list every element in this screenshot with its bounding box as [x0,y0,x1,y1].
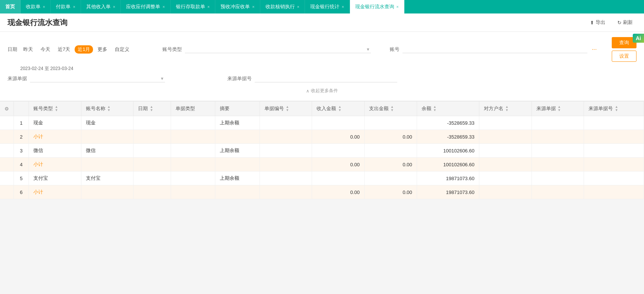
nav-item-home-label: 首页 [5,3,15,10]
th-summary: 摘要 [215,101,260,116]
nav-item-bank-deposit-label: 银行存取款单 [176,3,205,10]
nav-item-other-income-label: 其他收入单 [86,3,111,10]
date-opt-1month[interactable]: 近1月 [75,45,93,54]
td-counterparty [479,185,531,199]
account-filter-group: 账号 ··· [390,46,598,53]
nav-item-ar-ap-adjust-label: 应收应付调整单 [126,3,160,10]
td-account_name: 微信 [81,144,134,158]
td-account_type: 小计 [29,185,81,199]
table-row: 4小计0.000.00100102606.60 [0,158,644,172]
source-voucher-select[interactable]: ▾ [30,75,165,82]
th-counterparty[interactable]: 对方户名 ▲▼ [479,101,531,116]
ai-badge[interactable]: Ai [633,34,644,43]
th-expense[interactable]: 支出金额 ▲▼ [365,101,417,116]
nav-item-other-income-close[interactable]: × [113,4,115,9]
th-voucher-no[interactable]: 单据编号 ▲▼ [260,101,312,116]
td-gear[interactable] [0,158,14,172]
td-index: 2 [14,130,29,144]
nav-item-prepay-offset-label: 预收冲应收单 [221,3,250,10]
nav-item-cash-bank-stats[interactable]: 现金银行统计 × [305,0,350,13]
td-gear[interactable] [0,172,14,185]
nav-item-prepay-offset[interactable]: 预收冲应收单 × [215,0,260,13]
nav-item-bank-deposit-close[interactable]: × [207,4,210,9]
date-opt-today[interactable]: 今天 [38,45,53,54]
td-source_voucher [531,116,584,130]
td-counterparty [479,144,531,158]
nav-item-payment-close[interactable]: × [73,4,75,9]
source-voucher-dropdown-icon: ▾ [161,76,164,81]
td-source_voucher_no [584,185,644,199]
td-gear[interactable] [0,185,14,199]
page-title: 现金银行流水查询 [8,18,68,28]
td-balance: 100102606.60 [417,144,479,158]
td-date [134,116,171,130]
date-opt-yesterday[interactable]: 昨天 [20,45,36,54]
nav-item-receipt-verify[interactable]: 收款核销执行 × [260,0,305,13]
td-account_type: 支付宝 [29,172,81,185]
top-navigation: 首页 收款单 × 付款单 × 其他收入单 × 应收应付调整单 × 银行存取款单 … [0,0,644,13]
nav-item-other-income[interactable]: 其他收入单 × [81,0,121,13]
nav-item-cash-bank-flow[interactable]: 现金银行流水查询 × [350,0,404,13]
td-expense [365,116,417,130]
table-row: 5支付宝支付宝上期余额19871073.60 [0,172,644,185]
sort-arrows-voucher-no: ▲▼ [286,105,289,112]
refresh-label: 刷新 [623,19,633,26]
date-opt-7days[interactable]: 近7天 [55,45,73,54]
nav-item-cash-bank-stats-label: 现金银行统计 [310,3,339,10]
account-type-filter-group: 账号类型 ▾ [162,46,371,53]
th-date[interactable]: 日期 ▲▼ [134,101,171,116]
th-account-type-label: 账号类型 [33,105,53,112]
td-source_voucher_no [584,144,644,158]
nav-item-ar-ap-adjust[interactable]: 应收应付调整单 × [121,0,170,13]
date-range-text: 2023-02-24 至 2023-03-24 [20,66,73,71]
td-gear[interactable] [0,130,14,144]
gear-icon[interactable]: ⚙ [5,106,9,112]
account-input[interactable] [402,46,587,53]
td-counterparty [479,116,531,130]
td-voucher_no [260,144,312,158]
date-filter-group: 日期 昨天 今天 近7天 近1月 更多 自定义 [8,45,132,54]
sort-arrows-date: ▲▼ [150,105,153,112]
refresh-button[interactable]: ↻ 刷新 [614,17,636,28]
nav-item-receipt[interactable]: 收款单 × [21,0,51,13]
nav-item-receipt-close[interactable]: × [43,4,45,9]
nav-item-cash-bank-flow-close[interactable]: × [396,4,399,9]
settings-button[interactable]: 设置 [612,51,636,62]
td-income [312,144,365,158]
nav-item-cash-bank-flow-label: 现金银行流水查询 [355,3,394,10]
nav-item-payment[interactable]: 付款单 × [51,0,81,13]
nav-item-cash-bank-stats-close[interactable]: × [342,4,344,9]
th-account-type[interactable]: 账号类型 ▲▼ [29,101,81,116]
th-balance[interactable]: 余额 ▲▼ [417,101,479,116]
td-gear[interactable] [0,144,14,158]
td-balance: -3528659.33 [417,130,479,144]
td-balance: 19871073.60 [417,172,479,185]
th-income[interactable]: 收入金额 ▲▼ [312,101,365,116]
nav-item-prepay-offset-close[interactable]: × [252,4,254,9]
td-summary: 上期余额 [215,144,260,158]
th-voucher-no-label: 单据编号 [264,105,284,112]
source-voucher-no-input[interactable] [255,75,397,82]
account-label: 账号 [390,46,399,53]
td-gear[interactable] [0,116,14,130]
export-button[interactable]: ⬆ 导出 [586,17,609,28]
nav-item-ar-ap-adjust-close[interactable]: × [162,4,165,9]
collapse-bar[interactable]: ∧ 收起更多条件 [8,86,636,96]
account-dots-button[interactable]: ··· [590,46,598,53]
nav-item-bank-deposit[interactable]: 银行存取款单 × [171,0,215,13]
td-summary: 上期余额 [215,172,260,185]
account-type-select[interactable]: ▾ [185,46,371,53]
th-source-voucher[interactable]: 来源单据 ▲▼ [531,101,584,116]
th-account-name-label: 账号名称 [86,105,105,112]
th-account-name[interactable]: 账号名称 ▲▼ [81,101,134,116]
source-voucher-filter-group: 来源单据 ▾ [8,75,209,82]
th-source-voucher-no[interactable]: 来源单据号 ▲▼ [584,101,644,116]
nav-item-receipt-verify-close[interactable]: × [297,4,299,9]
date-opt-custom[interactable]: 自定义 [112,45,132,54]
filter-row-2: 来源单据 ▾ 来源单据号 [8,75,636,82]
date-opt-more[interactable]: 更多 [95,45,110,54]
table-header-row: ⚙ 账号类型 ▲▼ 账号名称 ▲▼ 日期 [0,101,644,116]
th-summary-label: 摘要 [220,105,230,112]
nav-item-home[interactable]: 首页 [0,0,21,13]
date-options: 昨天 今天 近7天 近1月 更多 自定义 [20,45,132,54]
